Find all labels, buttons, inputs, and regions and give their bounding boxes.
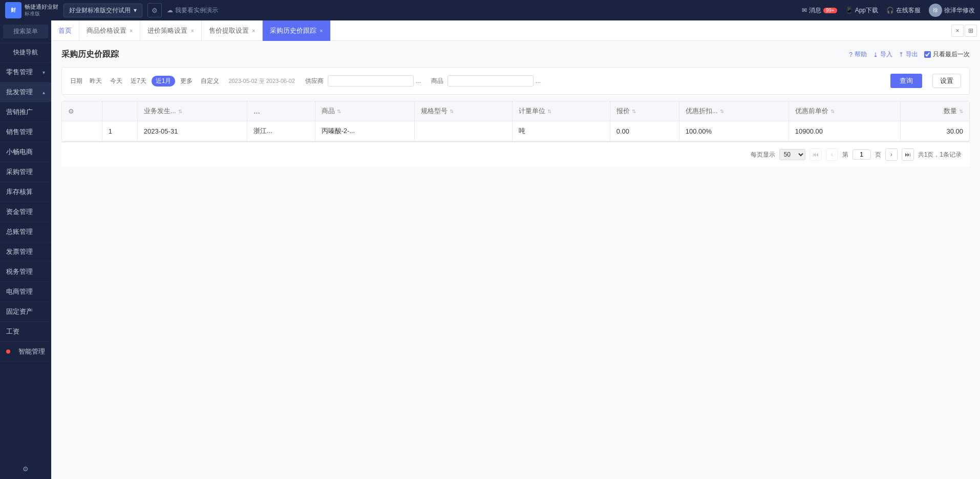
data-table-wrap: ⚙ 业务发生...⇅ … 商品⇅ 规格型号⇅ 计量单位⇅ 报价⇅ 优惠折扣...… [61, 101, 970, 142]
tab-purchase-strategy[interactable]: 进价策略设置 × [140, 20, 201, 41]
sidebar-item-ledger[interactable]: 总账管理 [0, 222, 51, 242]
search-menu-button[interactable]: 搜索菜单 [3, 25, 48, 38]
message-badge: 99+ [823, 8, 837, 13]
cell-discount: 100.00% [679, 121, 789, 141]
cell-spec [415, 121, 513, 141]
page-input[interactable] [853, 149, 871, 160]
date-more-btn[interactable]: 更多 [177, 76, 196, 86]
sidebar-item-finance[interactable]: 资金管理 [0, 202, 51, 222]
page-title: 采购历史价跟踪 [61, 49, 119, 60]
sidebar-item-ecommerce[interactable]: 电商管理 [0, 282, 51, 302]
sidebar-gear-button[interactable]: ⚙ [0, 459, 51, 479]
message-button[interactable]: ✉ 消息 99+ [802, 6, 837, 15]
sidebar-item-inventory[interactable]: 库存核算 [0, 182, 51, 202]
chevron-down-icon: ▾ [134, 7, 137, 14]
online-service-button[interactable]: 🎧 在线客服 [886, 6, 921, 15]
last-only-checkbox[interactable] [924, 51, 931, 58]
last-page-button[interactable]: ⏭ [902, 148, 914, 161]
goods-input[interactable] [448, 75, 534, 86]
date-yesterday-btn[interactable]: 昨天 [87, 76, 105, 86]
tab-label: 采购历史价跟踪 [270, 26, 316, 35]
total-text: 共1页，1条记录 [918, 150, 962, 159]
supplier-filter-group: 供应商 ... [305, 75, 421, 86]
filter-row: 日期 昨天 今天 近7天 近1月 更多 自定义 2023-05-02 至 202… [70, 74, 961, 88]
demo-button[interactable]: ☁ 我要看实例演示 [167, 6, 218, 15]
supplier-input[interactable] [328, 75, 414, 86]
import-link[interactable]: ⤓ 导入 [873, 50, 892, 59]
col-goods[interactable]: 商品⇅ [315, 101, 415, 121]
supplier-more-btn[interactable]: ... [416, 77, 421, 84]
tab-price-extract[interactable]: 售价提取设置 × [202, 20, 263, 41]
prev-page-button[interactable]: ‹ [826, 148, 838, 161]
date-1month-btn[interactable]: 近1月 [152, 76, 176, 86]
tab-purchase-history[interactable]: 采购历史价跟踪 × [263, 20, 330, 41]
sidebar-item-sales[interactable]: 销售管理 [0, 122, 51, 142]
sort-icon: ⇅ [632, 108, 636, 114]
chevron-down-icon: ▾ [42, 70, 45, 75]
sort-icon: ⇅ [959, 108, 963, 114]
sidebar-item-purchase[interactable]: 采购管理 [0, 162, 51, 182]
sidebar-item-retail[interactable]: 零售管理 ▾ [0, 62, 51, 82]
col-spec[interactable]: 规格型号⇅ [415, 101, 513, 121]
export-link[interactable]: ⤒ 导出 [899, 50, 918, 59]
tab-close-icon[interactable]: × [190, 28, 194, 34]
next-page-button[interactable]: › [885, 148, 898, 161]
tab-close-icon[interactable]: × [130, 28, 133, 34]
tab-close-all-button[interactable]: × [951, 25, 964, 37]
col-ellipsis[interactable]: … [247, 101, 315, 121]
sidebar-item-label: 税务管理 [6, 267, 33, 276]
date-7days-btn[interactable]: 近7天 [127, 76, 150, 86]
date-today-btn[interactable]: 今天 [107, 76, 125, 86]
table-header-row: ⚙ 业务发生...⇅ … 商品⇅ 规格型号⇅ 计量单位⇅ 报价⇅ 优惠折扣...… [62, 101, 969, 121]
cell-date: 2023-05-31 [137, 121, 247, 141]
col-pre-price[interactable]: 优惠前单价⇅ [789, 101, 901, 121]
tab-home[interactable]: 首页 [51, 20, 79, 41]
cloud-icon: ☁ [167, 7, 173, 14]
filter-settings-button[interactable]: 设置 [932, 74, 961, 88]
date-custom-btn[interactable]: 自定义 [198, 76, 222, 86]
col-price[interactable]: 报价⇅ [610, 101, 679, 121]
user-menu-button[interactable]: 徐 徐泽华修改 [929, 4, 975, 17]
sidebar-item-marketing[interactable]: 营销推广 [0, 102, 51, 122]
tab-expand-button[interactable]: ⊞ [965, 25, 977, 37]
page-actions: ? 帮助 ⤓ 导入 ⤒ 导出 只看最后一次 [849, 50, 970, 59]
dot-indicator [6, 350, 10, 354]
quick-nav-button[interactable]: 快捷导航 [0, 43, 51, 62]
sidebar-item-label: 批发管理 [6, 88, 33, 97]
app-download-button[interactable]: 📱 App下载 [845, 6, 878, 15]
topbar-settings-button[interactable]: ⚙ [147, 3, 162, 17]
first-page-button[interactable]: ⏮ [809, 148, 822, 161]
cell-quantity: 30.00 [901, 121, 969, 141]
sort-icon: ⇅ [830, 108, 835, 114]
date-filter-group: 日期 昨天 今天 近7天 近1月 更多 自定义 2023-05-02 至 202… [70, 76, 295, 86]
tab-close-icon[interactable]: × [252, 28, 255, 34]
sort-icon: ⇅ [178, 108, 182, 114]
goods-filter-label: 商品 [431, 77, 443, 85]
col-unit[interactable]: 计量单位⇅ [512, 101, 610, 121]
col-gear[interactable]: ⚙ [62, 101, 102, 121]
col-discount[interactable]: 优惠折扣...⇅ [679, 101, 789, 121]
sidebar-item-invoice[interactable]: 发票管理 [0, 242, 51, 262]
tab-label: 商品价格设置 [87, 26, 126, 35]
col-date[interactable]: 业务发生...⇅ [137, 101, 247, 121]
sidebar-item-ai[interactable]: 智能管理 [0, 342, 51, 362]
tab-close-icon[interactable]: × [319, 28, 323, 34]
edition-selector[interactable]: 好业财标准版交付试用 ▾ [63, 4, 142, 17]
sidebar-item-wholesale[interactable]: 批发管理 ▴ [0, 82, 51, 102]
sidebar-item-salary[interactable]: 工资 [0, 322, 51, 342]
cell-supplier: 浙江... [247, 121, 315, 141]
version-badge: 标准版 [25, 10, 58, 17]
goods-more-btn[interactable]: ... [536, 77, 541, 84]
col-quantity[interactable]: 数量⇅ [901, 101, 969, 121]
help-link[interactable]: ? 帮助 [849, 50, 867, 59]
sort-icon: ⇅ [450, 108, 454, 114]
sidebar-item-ecommerce-small[interactable]: 小畅电商 [0, 142, 51, 162]
query-button[interactable]: 查询 [890, 74, 922, 88]
last-only-checkbox-label[interactable]: 只看最后一次 [924, 50, 970, 59]
per-page-select[interactable]: 50 100 200 [779, 149, 805, 160]
sidebar-item-assets[interactable]: 固定资产 [0, 302, 51, 322]
cell-num: 1 [102, 121, 137, 141]
tab-goods-price[interactable]: 商品价格设置 × [79, 20, 140, 41]
avatar: 徐 [929, 4, 942, 17]
sidebar-item-tax[interactable]: 税务管理 [0, 262, 51, 282]
